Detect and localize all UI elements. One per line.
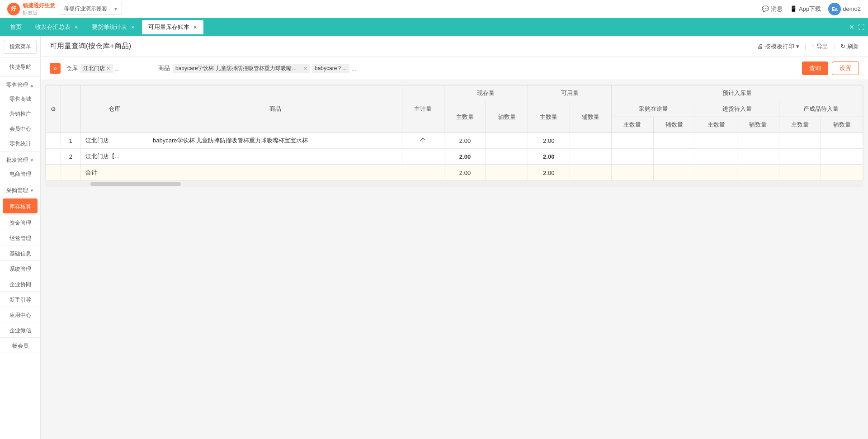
- horizontal-scrollbar[interactable]: [45, 181, 863, 187]
- cell-produced-main-1: [779, 133, 821, 149]
- sidebar-item-marketing[interactable]: 营销推广: [0, 107, 40, 122]
- summary-produced-main: [779, 165, 821, 181]
- product-more[interactable]: ...: [351, 65, 356, 72]
- summary-rownum: [61, 165, 81, 181]
- th-available-main: 主数量: [528, 101, 570, 133]
- th-available-group: 可用量: [528, 85, 611, 101]
- th-incoming-aux: 辅数量: [737, 117, 779, 133]
- print-icon: 🖨: [757, 43, 763, 50]
- sidebar-section-inventory-header[interactable]: 库存核算: [3, 198, 38, 213]
- cell-available-aux-1: [570, 133, 612, 149]
- sidebar-section-finance-header[interactable]: 资金管理: [0, 215, 40, 230]
- th-produced-group: 产成品待入量: [779, 101, 863, 117]
- user-profile[interactable]: Ea demo2: [828, 3, 861, 15]
- sidebar-section-vip-header[interactable]: 畅会员: [0, 338, 40, 353]
- th-rownum: [61, 85, 81, 133]
- filter-area: » 仓库 江北门店 ✕ ... 商品 babycare学饮杯 儿童防摔防撞吸管杯…: [41, 57, 868, 80]
- sidebar-section-purchase-header[interactable]: 采购管理 ▼: [0, 182, 40, 197]
- sidebar-section-wholesale-header[interactable]: 批发管理 ▼: [0, 152, 40, 167]
- table-area: ⚙ 仓库 商品 主计量 现存量 可用量 预计入库量 主数量 辅数: [45, 85, 863, 181]
- scrollbar-thumb[interactable]: [90, 182, 181, 186]
- sidebar-section-system-header[interactable]: 系统管理: [0, 261, 40, 276]
- summary-available-aux: [570, 165, 612, 181]
- cell-purchase-main-1: [612, 133, 654, 149]
- sidebar-item-retail-mall[interactable]: 零售商城: [0, 92, 40, 107]
- top-bar-left: 好 畅捷通好生意 标准版 母婴行业演示账套 ▾: [7, 2, 122, 16]
- top-bar: 好 畅捷通好生意 标准版 母婴行业演示账套 ▾ 💬 消息 📱 App下载 Ea …: [0, 0, 868, 18]
- sidebar-section-operations-header[interactable]: 经营管理: [0, 230, 40, 245]
- cell-purchase-aux-2: [653, 149, 695, 165]
- sidebar-section-retail-header[interactable]: 零售管理 ▲: [0, 77, 40, 92]
- cell-product-2: [148, 149, 402, 165]
- sidebar-item-members[interactable]: 会员中心: [0, 122, 40, 137]
- refresh-button[interactable]: ↻ 刷新: [840, 42, 859, 51]
- product-tag-1-close[interactable]: ✕: [303, 66, 307, 71]
- sidebar-section-appstore-header[interactable]: 应用中心: [0, 307, 40, 322]
- cell-settings-2: [46, 149, 61, 165]
- settings-button[interactable]: 设置: [832, 61, 859, 75]
- warehouse-more[interactable]: ...: [115, 65, 120, 72]
- sidebar-item-ecommerce[interactable]: 电商管理: [0, 167, 40, 182]
- cell-incoming-main-1: [695, 133, 737, 149]
- table-row: 1 江北门店 babycare学饮杯 儿童防摔防撞吸管杯重力球吸嘴杯宝宝水杯 个…: [46, 133, 863, 149]
- sidebar-search-section: 搜索菜单: [0, 36, 40, 58]
- th-incoming-main: 主数量: [695, 117, 737, 133]
- filter-actions: 查询 设置: [802, 61, 859, 75]
- table-header-group1: ⚙ 仓库 商品 主计量 现存量 可用量 预计入库量: [46, 85, 863, 101]
- tab-close-receive[interactable]: ✕: [74, 24, 78, 30]
- tab-receive[interactable]: 收发存汇总表 ✕: [29, 20, 85, 34]
- summary-stock-main: 2.00: [444, 165, 486, 181]
- maximize-icon[interactable]: ⛶: [858, 24, 864, 31]
- sidebar-section-newbie: 新手引导: [0, 292, 40, 307]
- search-menu-button[interactable]: 搜索菜单: [4, 40, 37, 54]
- print-dropdown-icon: ▾: [796, 43, 799, 50]
- warehouse-tag-close[interactable]: ✕: [106, 66, 110, 71]
- sidebar-section-wxwork: 企业微信: [0, 322, 40, 338]
- sidebar-section-basic-header[interactable]: 基础信息: [0, 245, 40, 260]
- logo-icon: 好: [7, 3, 20, 15]
- sidebar-section-enterprise-header[interactable]: 企业协同: [0, 276, 40, 291]
- sidebar-section-newbie-header[interactable]: 新手引导: [0, 292, 40, 307]
- th-stock-group: 现存量: [444, 85, 528, 101]
- export-button[interactable]: ↑ 导出: [811, 42, 828, 51]
- column-settings-icon[interactable]: ⚙: [51, 106, 56, 113]
- sidebar-section-vip: 畅会员: [0, 338, 40, 353]
- content-area: 可用量查询(按仓库+商品) 🖨 按模板打印 ▾ | ↑ 导出 | ↻ 刷新: [41, 36, 868, 439]
- th-available-aux: 辅数量: [570, 101, 612, 133]
- chevron-down-icon2: ▼: [30, 188, 34, 193]
- query-button[interactable]: 查询: [802, 61, 828, 75]
- th-unit: 主计量: [402, 85, 444, 133]
- cell-available-aux-2: [570, 149, 612, 165]
- sidebar-section-operations: 经营管理: [0, 230, 40, 245]
- tab-home[interactable]: 首页: [4, 23, 28, 31]
- message-icon: 💬: [762, 5, 769, 12]
- message-button[interactable]: 💬 消息: [762, 5, 783, 13]
- sidebar-item-quick-nav[interactable]: 快捷导航: [0, 60, 40, 75]
- table-scroll[interactable]: ⚙ 仓库 商品 主计量 现存量 可用量 预计入库量 主数量 辅数: [46, 85, 863, 181]
- cell-produced-aux-2: [821, 149, 863, 165]
- tab-close-order-stats[interactable]: ✕: [131, 24, 135, 30]
- table-row: 2 江北门店【... 2.00 2.00: [46, 149, 863, 165]
- filter-expand-button[interactable]: »: [50, 63, 61, 74]
- industry-selector[interactable]: 母婴行业演示账套 ▾: [59, 3, 122, 15]
- main-layout: 搜索菜单 快捷导航 零售管理 ▲ 零售商城 营销推广 会员中心 零售统计 批发管…: [0, 36, 868, 439]
- sidebar-section-appstore: 应用中心: [0, 307, 40, 322]
- cell-settings-1: [46, 133, 61, 149]
- avatar: Ea: [828, 3, 841, 15]
- summary-available-main: 2.00: [528, 165, 570, 181]
- th-settings: ⚙: [46, 85, 61, 133]
- close-window-icon[interactable]: ✕: [849, 24, 854, 31]
- tab-close-available[interactable]: ✕: [193, 24, 197, 30]
- app-download-button[interactable]: 📱 App下载: [790, 5, 821, 13]
- sidebar-section-inventory: 库存核算: [0, 198, 40, 215]
- summary-incoming-aux: [737, 165, 779, 181]
- summary-row: 合计 2.00 2.00: [46, 165, 863, 181]
- tab-order-stats[interactable]: 要货单统计表 ✕: [85, 20, 141, 34]
- print-button[interactable]: 🖨 按模板打印 ▾: [757, 42, 799, 51]
- sidebar-section-wholesale: 批发管理 ▼ 电商管理: [0, 152, 40, 182]
- sidebar-section-system: 系统管理: [0, 261, 40, 276]
- tab-bar: 首页 收发存汇总表 ✕ 要货单统计表 ✕ 可用量库存账本 ✕ ✕ ⛶: [0, 18, 868, 36]
- sidebar-section-wxwork-header[interactable]: 企业微信: [0, 322, 40, 337]
- tab-available[interactable]: 可用量库存账本 ✕: [142, 20, 203, 34]
- sidebar-item-retail-stats[interactable]: 零售统计: [0, 137, 40, 151]
